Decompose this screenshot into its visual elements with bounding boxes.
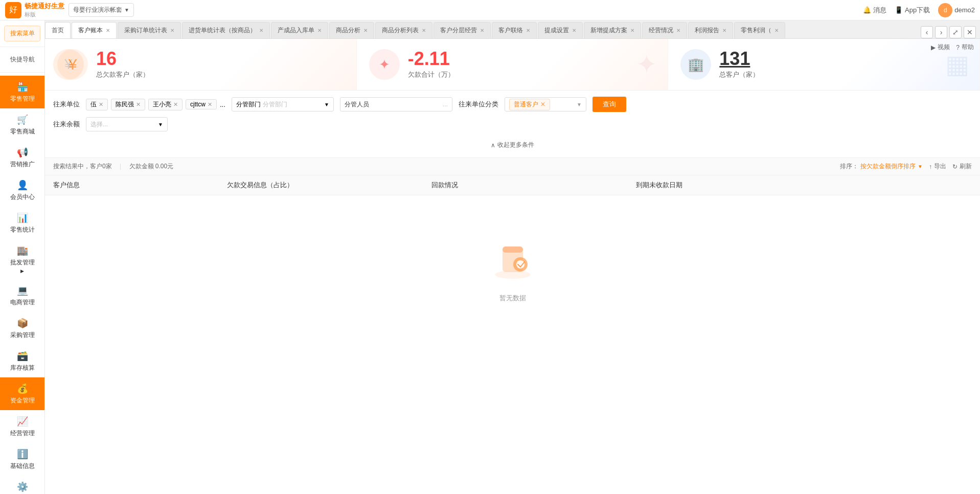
query-button[interactable]: 查询 (592, 97, 626, 112)
app-download-button[interactable]: 📱 App下载 (895, 6, 930, 15)
tab-goods-analysis-list[interactable]: 商品分析列表 ✕ (375, 22, 432, 38)
unit-tags-more[interactable]: ... (220, 101, 225, 108)
video-help-button[interactable]: ▶ 视频 (931, 43, 950, 52)
dept-selector[interactable]: 分管部门 分管部门 ▼ (232, 97, 334, 111)
video-icon: ▶ (931, 44, 936, 51)
separator: | (120, 163, 121, 170)
tab-customer-segment[interactable]: 客户分层经营 ✕ (434, 22, 491, 38)
remain-placeholder: 选择... (90, 120, 108, 129)
tab-stock-stat[interactable]: 进货单统计表（按商品） ✕ (182, 22, 270, 38)
sidebar-item-marketing[interactable]: 📢 营销推广 (0, 141, 44, 174)
operations-icon: 📈 (17, 415, 28, 428)
tab-goods-analysis[interactable]: 商品分析 ✕ (329, 22, 374, 38)
tab-profit-report-close[interactable]: ✕ (722, 28, 726, 33)
stat-value-debt: -2.11 (408, 50, 454, 68)
tab-customer-contact[interactable]: 客户联络 ✕ (492, 22, 537, 38)
sidebar-item-purchase[interactable]: 📦 采购管理 (0, 312, 44, 345)
tab-close-all[interactable]: ✕ (964, 26, 976, 38)
unit-tag-wu-text: 伍 (90, 100, 97, 109)
th-debt: 欠款交易信息（占比） (227, 181, 431, 190)
tab-bar: 首页 客户账本 ✕ 采购订单统计表 ✕ 进货单统计表（按商品） ✕ (45, 20, 980, 39)
tab-goods-analysis-list-close[interactable]: ✕ (422, 28, 426, 33)
stat-info-total: 131 总客户（家） (719, 50, 759, 79)
svg-rect-2 (503, 246, 523, 253)
refresh-button[interactable]: ↻ 刷新 (952, 162, 972, 171)
person-more[interactable]: ... (443, 101, 448, 108)
top-bar-left: 好 畅捷通好生意 标版 母婴行业演示帐套 ▼ (5, 2, 134, 18)
unit-tag-wu-close[interactable]: ✕ (99, 101, 103, 108)
sidebar-item-operations-label: 经营管理 (10, 429, 35, 438)
user-menu[interactable]: d demo2 (938, 3, 975, 17)
sidebar-item-sys-mgmt[interactable]: ⚙️ 系统管理 (0, 476, 44, 494)
tab-bar-actions: ‹ › ⤢ ✕ (917, 26, 980, 38)
tab-stock-stat-close[interactable]: ✕ (259, 28, 263, 33)
tab-profit-report[interactable]: 利润报告 ✕ (688, 22, 733, 38)
result-info: 搜索结果中，客户0家 | 欠款金额 0.00元 (53, 162, 173, 171)
tab-new-tip-plan[interactable]: 新增提成方案 ✕ (584, 22, 641, 38)
tab-customer-segment-close[interactable]: ✕ (480, 28, 484, 33)
export-button[interactable]: ↑ 导出 (929, 162, 946, 171)
remain-selector[interactable]: 选择... ▼ (86, 117, 168, 131)
sort-value: 按欠款金额倒序排序 (860, 162, 916, 171)
sidebar-item-ecommerce[interactable]: 💻 电商管理 (0, 279, 44, 312)
unit-tag-wang-close[interactable]: ✕ (173, 101, 178, 108)
search-menu-button[interactable]: 搜索菜单 (4, 26, 40, 41)
stat-info-customers: 16 总欠款客户（家） (96, 50, 149, 79)
tab-retail-profit-close[interactable]: ✕ (774, 28, 779, 33)
unit-type-tag-close[interactable]: ✕ (540, 101, 545, 108)
sidebar-item-operations[interactable]: 📈 经营管理 (0, 410, 44, 443)
sidebar-item-wholesale[interactable]: 🏬 批发管理 ▶ (0, 239, 44, 280)
tab-home[interactable]: 首页 (45, 22, 71, 38)
sidebar-item-member[interactable]: 👤 会员中心 (0, 174, 44, 207)
tab-customer-account-close[interactable]: ✕ (106, 28, 110, 33)
th-date: 到期未收款日期 (636, 181, 972, 190)
app-logo: 好 畅捷通好生意 标版 (5, 2, 64, 18)
app-suite-selector[interactable]: 母婴行业演示帐套 ▼ (69, 3, 134, 17)
person-input[interactable]: 分管人员 ... (340, 97, 452, 111)
tab-goods-analysis-label: 商品分析 (336, 26, 360, 35)
tab-biz-status-close[interactable]: ✕ (676, 28, 680, 33)
sidebar-item-quick-nav[interactable]: 快捷导航 (0, 51, 44, 68)
store-icon: 🏪 (17, 81, 28, 94)
tab-new-tip-plan-close[interactable]: ✕ (630, 28, 634, 33)
sidebar-item-retail-stat[interactable]: 📊 零售统计 (0, 207, 44, 239)
tab-scroll-right[interactable]: › (935, 26, 947, 38)
sidebar-item-basic-info[interactable]: ℹ️ 基础信息 (0, 443, 44, 476)
tab-customer-contact-close[interactable]: ✕ (526, 28, 530, 33)
unit-tag-cjttcw-text: cjttcw (190, 101, 206, 108)
tab-purchase-order-close[interactable]: ✕ (170, 28, 174, 33)
tab-list: 首页 客户账本 ✕ 采购订单统计表 ✕ 进货单统计表（按商品） ✕ (45, 22, 917, 38)
message-button[interactable]: 🔔 消息 (863, 6, 886, 15)
filter-area: 往来单位 伍 ✕ 陈民强 ✕ 王小亮 (45, 91, 980, 158)
sidebar-item-ecommerce-label: 电商管理 (10, 298, 35, 307)
tab-scroll-left[interactable]: ‹ (921, 26, 933, 38)
unit-tags: 伍 ✕ 陈民强 ✕ 王小亮 ✕ (86, 99, 225, 110)
sidebar-item-inventory[interactable]: 🗃️ 库存核算 (0, 345, 44, 377)
sidebar-item-retail-mall[interactable]: 🛒 零售商城 (0, 108, 44, 141)
logo-main: 畅捷通好生意 (25, 2, 64, 11)
sidebar-item-retail-mgmt[interactable]: 🏪 零售管理 (0, 76, 44, 108)
debt-circle-icon: ✦ (369, 49, 400, 80)
unit-tag-cjttcw: cjttcw ✕ (186, 99, 217, 109)
tab-tip-settings[interactable]: 提成设置 ✕ (538, 22, 583, 38)
collapse-button[interactable]: ∧ 收起更多条件 (53, 139, 972, 151)
tab-tip-settings-close[interactable]: ✕ (572, 28, 576, 33)
unit-tag-cjttcw-close[interactable]: ✕ (208, 101, 212, 108)
tab-purchase-order[interactable]: 采购订单统计表 ✕ (118, 22, 181, 38)
export-label: 导出 (934, 162, 946, 171)
sort-chevron[interactable]: ▼ (918, 164, 923, 169)
tab-cost-in[interactable]: 产成品入库单 ✕ (271, 22, 328, 38)
help-button[interactable]: ? 帮助 (956, 43, 974, 52)
wholesale-icon: 🏬 (17, 244, 28, 257)
dept-label: 分管部门 (236, 100, 261, 109)
sidebar-item-finance[interactable]: 💰 资金管理 (0, 377, 44, 410)
tab-goods-analysis-close[interactable]: ✕ (363, 28, 368, 33)
tab-maximize[interactable]: ⤢ (949, 26, 962, 38)
unit-type-selector[interactable]: 普通客户 ✕ ▼ (505, 97, 586, 111)
refresh-label: 刷新 (960, 162, 972, 171)
tab-biz-status[interactable]: 经营情况 ✕ (642, 22, 687, 38)
unit-tag-chen-close[interactable]: ✕ (136, 101, 141, 108)
tab-retail-profit[interactable]: 零售利润（ ✕ (734, 22, 785, 38)
tab-customer-account[interactable]: 客户账本 ✕ (72, 22, 117, 38)
tab-cost-in-close[interactable]: ✕ (317, 28, 322, 33)
